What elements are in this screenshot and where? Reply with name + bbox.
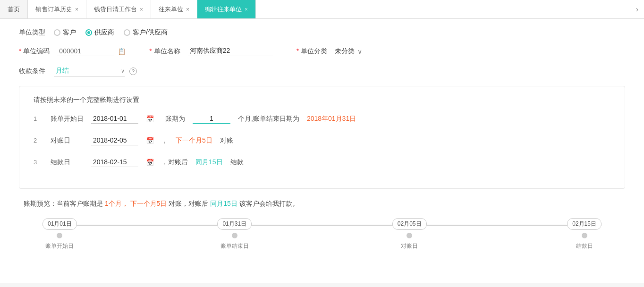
radio-customer-supplier[interactable]: 客户/供应商 — [124, 28, 168, 37]
tab-close-cash[interactable]: × — [140, 6, 143, 13]
node-label-2: 对账日 — [401, 242, 418, 250]
timeline-node-3: 02月15日 结款日 — [567, 218, 602, 250]
tab-more-button[interactable]: › — [630, 5, 644, 14]
radio-supplier[interactable]: 供应商 — [85, 28, 114, 37]
row-label-3: 结款日 — [51, 158, 84, 167]
unit-type-radio-group: 客户 供应商 客户/供应商 — [54, 28, 168, 37]
unit-name-group: 单位名称 — [149, 46, 272, 56]
settings-panel-title: 请按照未来的一个完整帐期进行设置 — [34, 96, 610, 104]
unit-type-label: 单位类型 — [19, 28, 45, 37]
timeline-node-2: 02月05日 对账日 — [392, 218, 427, 250]
tab-close-sales[interactable]: × — [75, 6, 78, 13]
unit-code-label: 单位编码 — [19, 47, 50, 56]
date-input-1[interactable] — [91, 114, 138, 124]
preview-part4: 同月15日 — [210, 200, 237, 207]
node-label-3: 结款日 — [576, 242, 593, 250]
preview-part3: 对账，对账后 — [169, 200, 208, 207]
radio-customer-circle — [54, 29, 60, 36]
unit-code-input[interactable] — [57, 46, 114, 56]
node-circle-3 — [582, 233, 587, 238]
suffix-2: ， — [161, 136, 168, 145]
preview-section: 账期预览：当前客户账期是 1个月， 下一个月5日 对账，对账后 同月15日 该客… — [19, 198, 625, 250]
payment-terms-chevron[interactable]: ∨ — [121, 68, 125, 74]
payment-terms-row: 收款条件 月结 ∨ ? — [19, 66, 625, 76]
date-input-2[interactable] — [91, 135, 138, 145]
radio-customer-supplier-circle — [124, 29, 130, 36]
timeline-node-0: 01月01日 账单开始日 — [42, 218, 77, 250]
unit-category-value: 未分类 — [335, 47, 355, 56]
unit-code-group: 单位编码 📋 — [19, 46, 126, 56]
node-circle-0 — [57, 233, 62, 238]
unit-category-group: 单位分类 未分类 ∨ — [297, 47, 391, 56]
radio-customer-label: 客户 — [63, 28, 76, 37]
setting-row-3: 3 结款日 📅 ，对账后 同月15日 结款 — [34, 157, 610, 167]
node-date-3: 02月15日 — [567, 218, 602, 230]
node-date-2: 02月05日 — [392, 218, 427, 230]
unit-name-label: 单位名称 — [149, 47, 180, 56]
unit-name-input[interactable] — [188, 46, 273, 56]
payment-terms-select[interactable]: 月结 ∨ — [54, 66, 125, 76]
preview-text: 账期预览：当前客户账期是 1个月， 下一个月5日 对账，对账后 同月15日 该客… — [24, 198, 620, 209]
tab-home[interactable]: 首页 — [0, 0, 28, 18]
node-date-1: 01月31日 — [217, 218, 252, 230]
radio-supplier-label: 供应商 — [94, 28, 114, 37]
node-date-0: 01月01日 — [42, 218, 77, 230]
preview-suffix: 该客户会给我打款。 — [239, 200, 299, 207]
suffix-3: ，对账后 — [161, 158, 188, 167]
main-content: 单位类型 客户 供应商 客户/供应商 单位编码 📋 单位名称 — [0, 19, 644, 283]
setting-row-1: 1 账单开始日 📅 账期为 个月,账单结束日期为 2018年01月31日 — [34, 114, 610, 124]
highlight-3: 同月15日 — [195, 158, 223, 167]
row-label-2: 对账日 — [51, 136, 84, 145]
preview-part2: 下一个月5日 — [130, 200, 167, 207]
suffix2-3: 结款 — [230, 158, 244, 167]
row-num-2: 2 — [34, 137, 43, 144]
node-label-1: 账单结束日 — [220, 242, 249, 250]
timeline: 01月01日 账单开始日 01月31日 账单结束日 02月05日 对账日 02月… — [24, 218, 620, 250]
tab-sales-order-history[interactable]: 销售订单历史 × — [28, 0, 86, 18]
unit-category-chevron[interactable]: ∨ — [357, 48, 362, 55]
unit-code-icon[interactable]: 📋 — [118, 48, 126, 55]
tab-cash-work[interactable]: 钱货日清工作台 × — [86, 0, 151, 18]
radio-customer[interactable]: 客户 — [54, 28, 76, 37]
node-label-0: 账单开始日 — [45, 242, 74, 250]
tab-bar: 首页 销售订单历史 × 钱货日清工作台 × 往来单位 × 编辑往来单位 × › — [0, 0, 644, 19]
tab-partner-unit[interactable]: 往来单位 × — [151, 0, 197, 18]
suffix-label-1: 账期为 — [165, 115, 185, 123]
period-input[interactable] — [193, 114, 230, 124]
node-circle-1 — [232, 233, 237, 238]
payment-terms-value: 月结 — [54, 66, 121, 76]
tab-close-edit-partner[interactable]: × — [245, 6, 248, 13]
highlight-date-1: 2018年01月31日 — [307, 115, 356, 123]
radio-supplier-circle — [85, 29, 92, 36]
preview-prefix: 账期预览：当前客户账期是 — [24, 200, 103, 207]
unit-category-select[interactable]: 未分类 ∨ — [335, 47, 391, 56]
preview-part1: 1个月， — [105, 200, 128, 207]
setting-row-2: 2 对账日 📅 ， 下一个月5日 对账 — [34, 135, 610, 145]
unit-fields-row: 单位编码 📋 单位名称 单位分类 未分类 ∨ — [19, 46, 625, 56]
tab-edit-partner-unit[interactable]: 编辑往来单位 × — [197, 0, 256, 18]
row-label-1: 账单开始日 — [51, 115, 84, 123]
tab-close-partner[interactable]: × — [186, 6, 189, 13]
unit-type-row: 单位类型 客户 供应商 客户/供应商 — [19, 28, 625, 37]
date-input-3[interactable] — [91, 157, 138, 167]
payment-terms-label: 收款条件 — [19, 67, 45, 76]
highlight-2: 下一个月5日 — [176, 136, 212, 145]
node-circle-2 — [407, 233, 412, 238]
row-num-1: 1 — [34, 115, 43, 122]
unit-label-1: 个月,账单结束日期为 — [238, 115, 299, 123]
calendar-icon-2[interactable]: 📅 — [146, 137, 154, 144]
radio-customer-supplier-label: 客户/供应商 — [133, 28, 168, 37]
calendar-icon-1[interactable]: 📅 — [146, 115, 154, 123]
timeline-node-1: 01月31日 账单结束日 — [217, 218, 252, 250]
unit-category-label: 单位分类 — [297, 47, 327, 56]
timeline-nodes: 01月01日 账单开始日 01月31日 账单结束日 02月05日 对账日 02月… — [42, 218, 602, 250]
settings-panel: 请按照未来的一个完整帐期进行设置 1 账单开始日 📅 账期为 个月,账单结束日期… — [19, 86, 625, 189]
suffix2-2: 对账 — [220, 136, 233, 145]
row-num-3: 3 — [34, 159, 43, 166]
help-icon[interactable]: ? — [129, 68, 137, 75]
calendar-icon-3[interactable]: 📅 — [146, 159, 154, 166]
